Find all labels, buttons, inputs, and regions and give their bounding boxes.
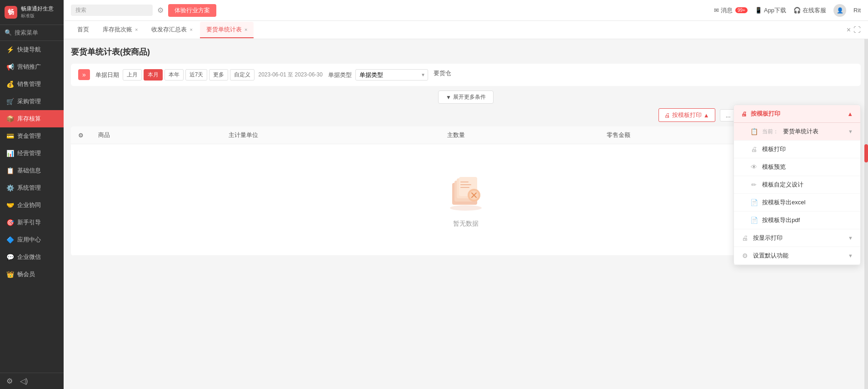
tab-batch-account[interactable]: 库存批次账 × (96, 22, 144, 38)
sidebar-item-wechat[interactable]: 💬企业微信 (0, 248, 64, 266)
sidebar-item-marketing[interactable]: 📢营销推广 (0, 58, 64, 76)
print-template-label: 按模板打印 (672, 111, 702, 119)
sidebar-item-icon-marketing: 📢 (6, 63, 14, 71)
sidebar-item-sales[interactable]: 💰销售管理 (0, 76, 64, 93)
user-avatar[interactable]: 👤 (833, 4, 846, 17)
tabs-close-all-icon[interactable]: × (847, 26, 851, 34)
sidebar: 畅 畅康通好生意 标准版 🔍 搜索菜单 ⚡快捷导航📢营销推广💰销售管理🛒采购管理… (0, 0, 64, 389)
template-design-icon: ✏ (750, 181, 758, 188)
dropdown-current-template-name: 要货单统计表 (783, 127, 818, 136)
sidebar-item-corp[interactable]: 🤝企业协同 (0, 197, 64, 214)
sidebar-search[interactable]: 🔍 搜索菜单 (0, 25, 64, 41)
svg-rect-9 (460, 182, 469, 182)
topbar-gear-icon[interactable]: ⚙ (157, 6, 164, 15)
sidebar-item-apps[interactable]: 🔷应用中心 (0, 231, 64, 248)
messages-badge: 99+ (735, 7, 748, 13)
topbar-search-placeholder: 搜索 (75, 7, 86, 13)
col-quantity-header: 主数量 (440, 126, 600, 144)
sidebar-item-inventory[interactable]: 📦库存核算 (0, 110, 64, 127)
sidebar-item-system[interactable]: ⚙️系统管理 (0, 179, 64, 197)
dropdown-item-template-print[interactable]: 🖨 模板打印 (734, 141, 860, 158)
sidebar-item-guide[interactable]: 🎯新手引导 (0, 214, 64, 231)
app-badge: 标准版 (21, 13, 54, 19)
tab-order-summary[interactable]: 要货单统计表 × (200, 22, 254, 38)
sidebar-item-icon-operation: 📊 (6, 150, 14, 157)
dropdown-item-template-pdf[interactable]: 📄 按模板导出pdf (734, 212, 860, 229)
tabs-bar-controls: × ⛶ (847, 26, 861, 34)
print-dropdown-arrow: ▲ (703, 112, 709, 119)
tab-order-summary-close[interactable]: × (244, 27, 247, 32)
print-template-button[interactable]: 🖨 按模板打印 ▲ (658, 108, 715, 122)
expand-conditions-label: 展开更多条件 (453, 93, 486, 101)
tab-receipt-summary-close[interactable]: × (190, 27, 192, 32)
message-icon: ✉ (714, 7, 719, 14)
search-icon: 🔍 (5, 29, 12, 36)
topbar-messages[interactable]: ✉ 消息 99+ (714, 6, 748, 15)
topbar-username: Rit (853, 7, 861, 14)
sidebar-item-label-finance: 资金管理 (17, 132, 41, 140)
tab-receipt-summary[interactable]: 收发存汇总表 × (145, 22, 199, 38)
page-content: 要货单统计表(按商品) » 单据日期 上月 本月 本年 近7天 更多 自定义 2… (64, 39, 868, 389)
sidebar-item-basic[interactable]: 📋基础信息 (0, 162, 64, 179)
date-btn-7days[interactable]: 近7天 (185, 69, 208, 81)
dropdown-item-template-excel[interactable]: 📄 按模板导出excel (734, 194, 860, 212)
topbar-messages-label: 消息 (721, 6, 733, 15)
dots-label: ... (726, 112, 731, 119)
sidebar-item-label-marketing: 营销推广 (17, 63, 41, 71)
sidebar-item-label-guide: 新手引导 (17, 218, 41, 227)
date-btn-prev[interactable]: 上月 (123, 69, 142, 81)
sidebar-item-label-operation: 经营管理 (17, 149, 41, 157)
tabs-bar: 首页 库存批次账 × 收发存汇总表 × 要货单统计表 × × ⛶ (64, 21, 868, 39)
topbar-online-service[interactable]: 🎧 在线客服 (793, 6, 826, 15)
sidebar-item-label-basic: 基础信息 (17, 167, 41, 175)
expand-bar: ▼ 展开更多条件 (71, 91, 861, 104)
tab-batch-account-close[interactable]: × (135, 27, 138, 32)
filter-toggle-button[interactable]: » (78, 69, 90, 80)
sidebar-item-purchase[interactable]: 🛒采购管理 (0, 93, 64, 110)
date-btn-more[interactable]: 更多 (209, 69, 228, 81)
sidebar-item-quick-nav[interactable]: ⚡快捷导航 (0, 41, 64, 58)
date-btn-curr[interactable]: 本月 (144, 69, 163, 81)
date-filter-group: 单据日期 上月 本月 本年 近7天 更多 自定义 2023-06-01 至 20… (95, 69, 323, 81)
dropdown-current-label: 当前： (762, 128, 778, 136)
date-btn-year[interactable]: 本年 (165, 69, 184, 81)
dropdown-item-template-preview-label: 模板预览 (762, 163, 786, 171)
sidebar-settings-icon[interactable]: ⚙ (6, 377, 13, 385)
warehouse-filter-group: 要货仓 (434, 69, 451, 77)
sidebar-item-member[interactable]: 👑畅会员 (0, 266, 64, 283)
dropdown-item-template-design[interactable]: ✏ 模板自定义设计 (734, 176, 860, 194)
dropdown-close-arrow[interactable]: ▲ (847, 111, 853, 117)
date-filter-label: 单据日期 (95, 71, 119, 79)
dropdown-item-template-excel-label: 按模板导出excel (762, 198, 805, 207)
tab-home[interactable]: 首页 (71, 22, 95, 38)
sidebar-item-icon-sales: 💰 (6, 81, 14, 88)
set-default-icon: ⚙ (741, 252, 748, 259)
dropdown-item-display-print[interactable]: 🖨 按显示打印 ▼ (734, 229, 860, 247)
sidebar-item-operation[interactable]: 📊经营管理 (0, 145, 64, 162)
tab-order-summary-label: 要货单统计表 (206, 25, 242, 34)
sidebar-item-label-corp: 企业协同 (17, 201, 41, 209)
dropdown-display-print-left: 🖨 按显示打印 (741, 234, 783, 242)
template-pdf-icon: 📄 (750, 217, 758, 224)
tabs-maximize-icon[interactable]: ⛶ (853, 26, 861, 34)
expand-conditions-button[interactable]: ▼ 展开更多条件 (438, 91, 494, 104)
col-settings-icon[interactable]: ⚙ (78, 132, 84, 139)
col-product-header: 商品 (91, 126, 221, 144)
sidebar-item-label-quick-nav: 快捷导航 (17, 45, 41, 54)
empty-text: 暂无数据 (453, 220, 479, 228)
dropdown-current-template[interactable]: 📋 当前： 要货单统计表 ▼ (734, 123, 860, 141)
printer-icon: 🖨 (664, 112, 670, 119)
tab-receipt-summary-label: 收发存汇总表 (151, 25, 187, 34)
topbar-search-bar[interactable]: 搜索 (71, 5, 153, 16)
sidebar-item-icon-wechat: 💬 (6, 253, 14, 261)
trial-button[interactable]: 体验行业方案 (168, 4, 216, 17)
right-scrollbar[interactable] (864, 39, 868, 389)
topbar-app-download[interactable]: 📱 App下载 (755, 6, 786, 15)
dropdown-item-set-default[interactable]: ⚙ 设置默认功能 ▼ (734, 247, 860, 265)
doc-type-select[interactable]: 单据类型 (355, 69, 428, 81)
dropdown-header-left: 🖨 按模板打印 (741, 110, 780, 118)
date-btn-custom[interactable]: 自定义 (230, 69, 254, 81)
sidebar-sound-icon[interactable]: ◁) (20, 377, 28, 385)
dropdown-item-template-preview[interactable]: 👁 模板预览 (734, 158, 860, 176)
sidebar-item-finance[interactable]: 💳资金管理 (0, 127, 64, 145)
